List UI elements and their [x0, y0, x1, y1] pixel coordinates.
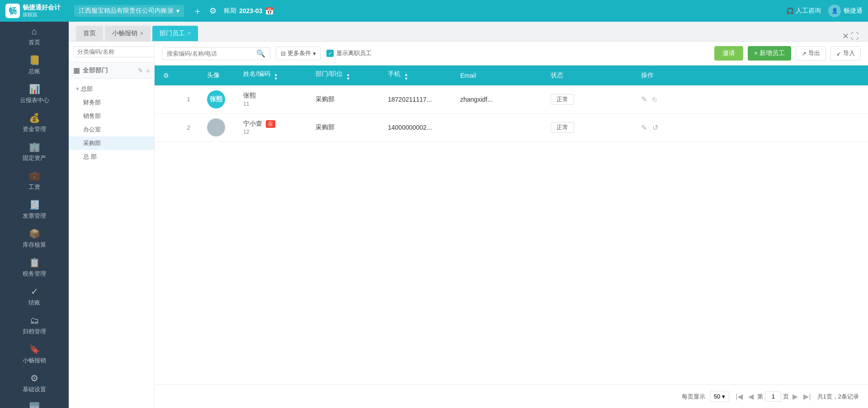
add-company-button[interactable]: ＋ — [193, 5, 202, 17]
sidebar-item-reports[interactable]: 📊 云报表中心 — [0, 80, 69, 108]
sidebar-item-archive[interactable]: 🗂 归档管理 — [0, 311, 69, 340]
th-name[interactable]: 姓名/编码 ▲ ▼ — [236, 66, 308, 85]
show-resigned-checkbox[interactable]: ✓ — [326, 50, 334, 57]
th-actions: 操作 — [634, 66, 868, 85]
tab-expense-close[interactable]: × — [140, 30, 143, 37]
tree-header: ▦ 全部部门 ✎ « — [69, 62, 154, 79]
add-employee-button[interactable]: + 新增员工 — [748, 46, 791, 61]
sidebar-item-settings[interactable]: ⚙ 基础设置 — [0, 369, 69, 398]
sidebar-item-close[interactable]: ✓ 结账 — [0, 282, 69, 311]
row-1-phone: 18720211117... — [388, 96, 432, 103]
sidebar-label-reports: 云报表中心 — [20, 96, 49, 104]
table-row: 2 宁小壹 应 — [155, 113, 868, 141]
table-header: ⚙ 头像 姓名/编码 ▲ ▼ — [155, 66, 868, 85]
sidebar-item-expense[interactable]: 🔖 小畅报销 — [0, 340, 69, 369]
user-info[interactable]: 👤 畅捷通 — [828, 5, 863, 17]
sidebar-label-close: 结账 — [28, 299, 40, 307]
page-last-button[interactable]: ▶| — [802, 391, 812, 402]
row-2-refresh-icon[interactable]: ↺ — [652, 123, 658, 132]
page-first-button[interactable]: |◀ — [734, 391, 745, 402]
tab-dept-employee[interactable]: 部门员工 × — [152, 26, 198, 41]
tree-node-general-dept2[interactable]: 总 部 — [69, 150, 154, 164]
page-size-dropdown-icon: ▾ — [722, 393, 725, 400]
row-1-dept-cell: 采购部 — [308, 85, 381, 113]
page-next-button[interactable]: ▶ — [791, 391, 800, 402]
app-name: 畅捷通好会计 — [23, 4, 61, 11]
sidebar-item-salary[interactable]: 💼 工资 — [0, 166, 69, 195]
headset-icon: 🎧 — [786, 7, 794, 14]
export-button[interactable]: ↗ 导出 — [796, 46, 826, 61]
row-1-name-cell: 张熙 11 — [236, 85, 308, 113]
search-icon[interactable]: 🔍 — [256, 49, 265, 58]
tree-node-sales[interactable]: 销售部 — [69, 109, 154, 123]
page-number-input[interactable] — [765, 391, 781, 402]
th-dept[interactable]: 部门/职位 ▲ ▼ — [308, 66, 381, 85]
sidebar-label-settings: 基础设置 — [23, 385, 46, 394]
search-box: 🔍 — [162, 47, 270, 60]
tree-node-general-dept[interactable]: ▾总部 — [69, 82, 154, 96]
inventory-icon: 📦 — [29, 228, 40, 239]
page-prev-button[interactable]: ◀ — [746, 391, 755, 402]
sidebar-item-home[interactable]: ⌂ 首页 — [0, 22, 69, 51]
support-label: 人工咨询 — [796, 7, 821, 15]
row-1-edit-icon[interactable]: ✎ — [641, 95, 647, 103]
all-dept-label: 全部部门 — [83, 66, 135, 75]
sidebar-item-assets[interactable]: 🏢 固定资产 — [0, 137, 69, 166]
calendar-icon[interactable]: 📅 — [265, 7, 274, 15]
sidebar-label-tax: 税务管理 — [23, 270, 46, 278]
edit-dept-icon[interactable]: ✎ — [138, 67, 143, 74]
row-1-name: 张熙 — [243, 92, 301, 100]
th-phone[interactable]: 手机 ▲ ▼ — [381, 66, 453, 85]
invite-button[interactable]: 邀请 — [714, 46, 743, 61]
tab-home[interactable]: 首页 — [76, 26, 103, 41]
funds-icon: 💰 — [29, 113, 40, 123]
collapse-icon[interactable]: « — [146, 67, 150, 74]
sidebar-label-assets: 固定资产 — [23, 154, 46, 162]
tree-panel: 🔍 ▦ 全部部门 ✎ « ▾总部 财务部 销售部 办公室 采购部 总 部 — [69, 42, 155, 408]
export-icon: ↗ — [802, 50, 807, 57]
user-avatar: 👤 — [828, 5, 841, 17]
page-nav: |◀ ◀ 第 页 ▶ ▶| — [734, 391, 812, 402]
row-2-actions-cell: ✎ ↺ — [634, 113, 868, 141]
sidebar-item-funds[interactable]: 💰 资金管理 — [0, 108, 69, 137]
all-dept-icon: ▦ — [73, 66, 80, 75]
row-1-status: 正常 — [551, 94, 574, 105]
table-body: 1 张熙 张熙 11 — [155, 85, 868, 141]
row-2-edit-icon[interactable]: ✎ — [641, 123, 647, 132]
company-selector[interactable]: 江西服宝精品有限责任公司内账张 ▾ — [74, 5, 184, 17]
tree-node-office[interactable]: 办公室 — [69, 123, 154, 136]
tree-node-purchase[interactable]: 采购部 — [69, 136, 154, 150]
show-resigned-area: ✓ 显示离职员工 — [326, 49, 372, 57]
invite-label: 邀请 — [722, 49, 735, 56]
table-wrapper: ⚙ 头像 姓名/编码 ▲ ▼ — [155, 66, 868, 385]
import-label: 导入 — [843, 49, 855, 57]
page-content: 🔍 ▦ 全部部门 ✎ « ▾总部 财务部 销售部 办公室 采购部 总 部 — [69, 42, 868, 408]
page-size-value: 50 — [714, 393, 720, 400]
th-email: Email — [453, 66, 543, 85]
expand-icon[interactable]: ⛶ — [851, 32, 859, 41]
th-settings[interactable]: ⚙ — [155, 66, 177, 85]
search-input[interactable] — [167, 50, 254, 57]
import-icon: ↙ — [836, 50, 841, 57]
tree-search-input[interactable] — [73, 46, 155, 57]
tab-dept-employee-close[interactable]: × — [188, 30, 191, 37]
sidebar-item-guide[interactable]: 🆕 新手引导 — [0, 398, 69, 408]
settings-icon[interactable]: ⚙ — [209, 6, 217, 16]
row-1-logout-icon[interactable]: ⎋ — [652, 95, 657, 103]
accounting-period: 账期 2023-03 📅 — [224, 7, 274, 15]
sidebar-item-general[interactable]: 📒 总账 — [0, 51, 69, 80]
sidebar-item-inventory[interactable]: 📦 库存核算 — [0, 224, 69, 253]
sidebar-item-tax[interactable]: 📋 税务管理 — [0, 253, 69, 282]
close-page-icon[interactable]: ✕ — [842, 31, 849, 41]
filter-button[interactable]: ⊟ 更多条件 ▾ — [276, 47, 321, 60]
import-button[interactable]: ↙ 导入 — [830, 46, 861, 61]
tab-expense[interactable]: 小畅报销 × — [105, 26, 151, 41]
support-button[interactable]: 🎧 人工咨询 — [786, 7, 821, 15]
sidebar-item-invoice[interactable]: 🧾 发票管理 — [0, 195, 69, 224]
tree-node-finance[interactable]: 财务部 — [69, 96, 154, 109]
page-size-select[interactable]: 50 ▾ — [710, 391, 729, 402]
content-area: 首页 小畅报销 × 部门员工 × ✕ ⛶ 🔍 ▦ — [69, 22, 868, 408]
sort-name-icon: ▲ ▼ — [274, 73, 278, 81]
row-2-name: 宁小壹 应 — [243, 120, 301, 128]
row-1-num: 1 — [177, 85, 200, 113]
